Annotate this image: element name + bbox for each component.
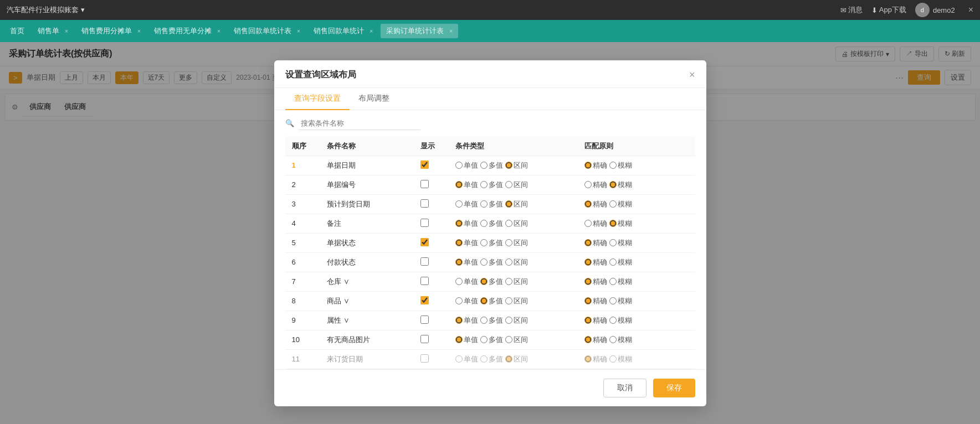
row-show-cell[interactable]	[414, 194, 449, 214]
match-exact-radio[interactable]	[584, 239, 592, 246]
tab-query-fields[interactable]: 查询字段设置	[285, 88, 350, 110]
row-show-cell[interactable]	[414, 349, 449, 369]
app-download-btn[interactable]: ⬇ App下载	[871, 5, 906, 15]
match-fuzzy-label[interactable]: 模糊	[609, 257, 632, 267]
match-fuzzy-label[interactable]: 模糊	[609, 199, 632, 209]
match-exact-label[interactable]: 精确	[584, 161, 607, 170]
nav-tab-sales-alloc[interactable]: 销售费用无单分摊 ×	[148, 24, 226, 38]
type-multi-label[interactable]: 多值	[480, 238, 503, 248]
type-multi-label[interactable]: 多值	[480, 199, 503, 209]
type-multi-label[interactable]: 多值	[480, 335, 503, 345]
match-fuzzy-radio[interactable]	[609, 258, 617, 266]
type-single-label[interactable]: 单值	[455, 335, 478, 345]
nav-home[interactable]: 首页	[4, 24, 30, 38]
match-fuzzy-label[interactable]: 模糊	[609, 161, 632, 170]
type-multi-label[interactable]: 多值	[480, 316, 503, 325]
match-fuzzy-radio[interactable]	[609, 278, 617, 285]
type-multi-radio[interactable]	[480, 200, 488, 208]
match-exact-radio[interactable]	[584, 278, 592, 285]
match-fuzzy-label[interactable]: 模糊	[609, 238, 632, 248]
nav-tab-close-3[interactable]: ×	[297, 28, 300, 34]
match-fuzzy-radio[interactable]	[609, 162, 617, 169]
nav-tab-sales-cost[interactable]: 销售费用分摊单 ×	[76, 24, 146, 38]
nav-tab-sales-receipt[interactable]: 销售回款单统计表 ×	[228, 24, 306, 38]
match-exact-label[interactable]: 精确	[584, 316, 607, 325]
type-range-radio[interactable]	[505, 220, 512, 227]
type-single-radio[interactable]	[455, 355, 463, 363]
type-single-radio[interactable]	[455, 278, 463, 285]
type-multi-radio[interactable]	[480, 220, 488, 227]
type-multi-radio[interactable]	[480, 258, 488, 266]
row-show-cell[interactable]	[414, 311, 449, 330]
tab-layout-adjust[interactable]: 布局调整	[350, 88, 398, 110]
type-range-radio[interactable]	[505, 278, 512, 285]
type-single-label[interactable]: 单值	[455, 180, 478, 190]
type-multi-radio[interactable]	[480, 181, 488, 188]
type-single-label[interactable]: 单值	[455, 277, 478, 287]
nav-tab-purchase[interactable]: 采购订单统计计表 ×	[381, 24, 458, 38]
match-exact-label[interactable]: 精确	[584, 219, 607, 229]
match-exact-radio[interactable]	[584, 220, 592, 227]
user-avatar[interactable]: d demo2	[915, 3, 955, 17]
row-show-cell[interactable]	[414, 272, 449, 291]
show-checkbox[interactable]	[420, 257, 429, 266]
nav-tab-sales-stat[interactable]: 销售回款单统计 ×	[308, 24, 378, 38]
save-btn[interactable]: 保存	[653, 379, 695, 397]
type-single-radio[interactable]	[455, 181, 463, 188]
show-checkbox[interactable]	[420, 180, 429, 188]
type-single-label[interactable]: 单值	[455, 219, 478, 229]
match-fuzzy-label[interactable]: 模糊	[609, 219, 632, 229]
show-checkbox[interactable]	[420, 199, 429, 208]
match-exact-radio[interactable]	[584, 317, 592, 324]
type-single-label[interactable]: 单值	[455, 354, 478, 364]
type-single-radio[interactable]	[455, 239, 463, 246]
match-fuzzy-radio[interactable]	[609, 355, 617, 363]
cancel-btn[interactable]: 取消	[603, 379, 647, 397]
type-multi-label[interactable]: 多值	[480, 277, 503, 287]
type-multi-radio[interactable]	[480, 336, 488, 343]
type-range-radio[interactable]	[505, 200, 512, 208]
match-exact-radio[interactable]	[584, 258, 592, 266]
type-multi-label[interactable]: 多值	[480, 296, 503, 306]
show-checkbox[interactable]	[420, 354, 429, 363]
match-fuzzy-radio[interactable]	[609, 200, 617, 208]
type-single-radio[interactable]	[455, 200, 463, 208]
top-bar-close-btn[interactable]: ×	[968, 5, 973, 15]
match-exact-label[interactable]: 精确	[584, 257, 607, 267]
type-single-label[interactable]: 单值	[455, 296, 478, 306]
type-single-radio[interactable]	[455, 317, 463, 324]
nav-tab-close-4[interactable]: ×	[370, 28, 373, 34]
type-range-label[interactable]: 区间	[505, 257, 528, 267]
type-range-radio[interactable]	[505, 355, 512, 363]
type-multi-radio[interactable]	[480, 297, 488, 304]
type-range-label[interactable]: 区间	[505, 316, 528, 325]
type-single-radio[interactable]	[455, 220, 463, 227]
nav-tab-close-1[interactable]: ×	[137, 28, 141, 34]
type-range-radio[interactable]	[505, 317, 512, 324]
type-single-label[interactable]: 单值	[455, 257, 478, 267]
row-show-cell[interactable]	[414, 214, 449, 233]
type-single-radio[interactable]	[455, 162, 463, 169]
type-single-label[interactable]: 单值	[455, 316, 478, 325]
match-exact-radio[interactable]	[584, 297, 592, 304]
show-checkbox[interactable]	[420, 277, 429, 285]
match-fuzzy-label[interactable]: 模糊	[609, 277, 632, 287]
show-checkbox[interactable]	[420, 316, 429, 324]
match-fuzzy-radio[interactable]	[609, 317, 617, 324]
type-multi-radio[interactable]	[480, 317, 488, 324]
row-show-cell[interactable]	[414, 291, 449, 311]
row-show-cell[interactable]	[414, 175, 449, 194]
row-show-cell[interactable]	[414, 330, 449, 349]
type-range-label[interactable]: 区间	[505, 335, 528, 345]
type-multi-label[interactable]: 多值	[480, 257, 503, 267]
type-single-label[interactable]: 单值	[455, 161, 478, 170]
type-single-radio[interactable]	[455, 336, 463, 343]
match-exact-radio[interactable]	[584, 200, 592, 208]
type-multi-label[interactable]: 多值	[480, 161, 503, 170]
row-show-cell[interactable]	[414, 156, 449, 175]
search-input[interactable]	[299, 117, 420, 130]
match-exact-label[interactable]: 精确	[584, 296, 607, 306]
modal-close-btn[interactable]: ×	[689, 69, 695, 81]
type-single-radio[interactable]	[455, 258, 463, 266]
type-multi-radio[interactable]	[480, 162, 488, 169]
